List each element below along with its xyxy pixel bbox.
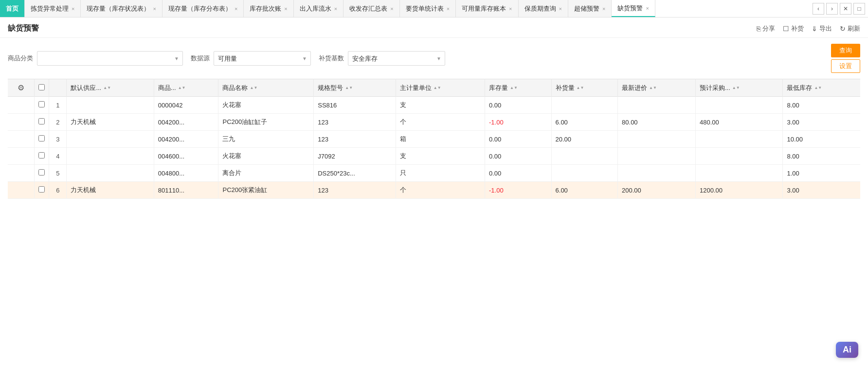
tab-10[interactable]: 超储预警 × [568, 0, 612, 17]
tab-2-label: 现存量（库存状况表） [87, 4, 150, 13]
ai-assistant-button[interactable]: Ai [836, 342, 858, 358]
row-num: 3 [49, 131, 67, 148]
row-checkbox-cell[interactable] [35, 148, 49, 165]
sort-product-code[interactable]: 商品... ▲▼ [158, 84, 186, 92]
tab-9-close[interactable]: × [559, 6, 562, 12]
col-header-est-purchase[interactable]: 预计采购... ▲▼ [695, 79, 782, 97]
col-header-spec[interactable]: 规格型号 ▲▼ [314, 79, 396, 97]
sort-supplier[interactable]: 默认供应... ▲▼ [71, 84, 111, 92]
gear-settings-icon[interactable]: ⚙ [18, 84, 24, 92]
tab-5-close[interactable]: × [334, 6, 337, 12]
replenish-base-select[interactable]: 安全库存 [348, 51, 445, 66]
tab-bar-controls: ‹ › ✕ □ [810, 3, 868, 15]
share-button[interactable]: ⎘ 分享 [757, 24, 775, 33]
tab-3[interactable]: 现存量（库存分布表） × [163, 0, 244, 17]
tab-2-close[interactable]: × [153, 6, 156, 12]
col-header-unit[interactable]: 主计量单位 ▲▼ [396, 79, 485, 97]
row-checkbox-cell[interactable] [35, 182, 49, 199]
row-checkbox-5[interactable] [38, 186, 45, 193]
row-unit: 个 [396, 114, 485, 131]
col-header-replenish[interactable]: 补货量 ▲▼ [551, 79, 618, 97]
tab-10-close[interactable]: × [602, 6, 605, 12]
row-gear-cell [8, 182, 35, 199]
row-checkbox-2[interactable] [38, 135, 45, 141]
sort-est-purchase[interactable]: 预计采购... ▲▼ [700, 84, 740, 92]
tab-1[interactable]: 拣货异常处理 × [25, 0, 81, 17]
tab-8-close[interactable]: × [509, 6, 512, 12]
col-replenish-label: 补货量 [556, 84, 575, 92]
col-header-supplier[interactable]: 默认供应... ▲▼ [67, 79, 154, 97]
row-checkbox-cell[interactable] [35, 114, 49, 131]
tab-7[interactable]: 要货单统计表 × [400, 0, 456, 17]
tab-scroll-left[interactable]: ‹ [813, 3, 824, 15]
row-checkbox-1[interactable] [38, 118, 45, 124]
col-min-stock-label: 最低库存 [787, 84, 812, 92]
replenish-button[interactable]: ☐ 补货 [783, 24, 804, 33]
tab-7-close[interactable]: × [447, 6, 450, 12]
col-header-stock[interactable]: 库存量 ▲▼ [485, 79, 552, 97]
table-row: 4 004600... 火花塞 J7092 支 0.00 8.00 [8, 148, 860, 165]
row-spec: SS816 [314, 97, 396, 114]
row-product-name: 火花塞 [218, 148, 314, 165]
page-header: 缺货预警 ⎘ 分享 ☐ 补货 ⇓ 导出 ↻ 刷新 [0, 18, 868, 38]
query-button[interactable]: 查询 [831, 44, 860, 57]
export-button[interactable]: ⇓ 导出 [812, 24, 832, 33]
row-checkbox-cell[interactable] [35, 165, 49, 182]
tab-1-close[interactable]: × [72, 6, 74, 12]
tab-6-close[interactable]: × [390, 6, 393, 12]
tab-scroll-right[interactable]: › [826, 3, 838, 15]
table-row: 5 004800... 离合片 DS250*23c... 只 0.00 1.00 [8, 165, 860, 182]
row-checkbox-cell[interactable] [35, 97, 49, 114]
sort-unit[interactable]: 主计量单位 ▲▼ [400, 84, 441, 92]
col-header-num [49, 79, 67, 97]
tab-3-close[interactable]: × [235, 6, 237, 12]
tab-home[interactable]: 首页 [0, 0, 25, 17]
tab-4-close[interactable]: × [284, 6, 287, 12]
col-header-product-name[interactable]: 商品名称 ▲▼ [218, 79, 314, 97]
row-min-stock: 3.00 [783, 114, 860, 131]
replenish-base-label: 补货基数 [319, 54, 344, 63]
category-select[interactable] [37, 51, 183, 66]
refresh-button[interactable]: ↻ 刷新 [840, 24, 860, 33]
tab-9[interactable]: 保质期查询 × [519, 0, 568, 17]
refresh-label: 刷新 [848, 24, 860, 33]
select-all-checkbox[interactable] [38, 84, 45, 90]
settings-button[interactable]: 设置 [831, 59, 860, 73]
tab-6[interactable]: 收发存汇总表 × [344, 0, 399, 17]
row-latest-price: 200.00 [618, 182, 696, 199]
row-latest-price [618, 148, 696, 165]
col-header-min-stock[interactable]: 最低库存 ▲▼ [783, 79, 860, 97]
col-header-latest-price[interactable]: 最新进价 ▲▼ [618, 79, 696, 97]
header-actions: ⎘ 分享 ☐ 补货 ⇓ 导出 ↻ 刷新 [757, 24, 860, 33]
row-gear-cell [8, 165, 35, 182]
tab-11[interactable]: 缺货预警 × [612, 0, 655, 17]
sort-min-stock[interactable]: 最低库存 ▲▼ [787, 84, 822, 92]
row-checkbox-3[interactable] [38, 152, 45, 158]
tab-2[interactable]: 现存量（库存状况表） × [81, 0, 162, 17]
sort-product-name[interactable]: 商品名称 ▲▼ [222, 84, 257, 92]
row-unit: 个 [396, 182, 485, 199]
tab-close-current[interactable]: ✕ [840, 3, 851, 15]
tab-fullscreen[interactable]: □ [853, 3, 865, 15]
replenish-base-filter-group: 补货基数 安全库存 [319, 51, 445, 66]
sort-spec[interactable]: 规格型号 ▲▼ [318, 84, 353, 92]
col-header-product-code[interactable]: 商品... ▲▼ [154, 79, 218, 97]
row-supplier [67, 148, 154, 165]
row-unit: 支 [396, 97, 485, 114]
sort-latest-price[interactable]: 最新进价 ▲▼ [622, 84, 657, 92]
sort-stock[interactable]: 库存量 ▲▼ [489, 84, 518, 92]
datasource-select[interactable]: 可用量 [214, 51, 311, 66]
row-checkbox-4[interactable] [38, 169, 45, 176]
tab-8[interactable]: 可用量库存账本 × [456, 0, 518, 17]
sort-replenish[interactable]: 补货量 ▲▼ [556, 84, 584, 92]
table-row: 1 0000042 火花塞 SS816 支 0.00 8.00 [8, 97, 860, 114]
tab-4[interactable]: 库存批次账 × [244, 0, 293, 17]
refresh-icon: ↻ [840, 25, 846, 33]
row-min-stock: 3.00 [783, 182, 860, 199]
row-latest-price [618, 165, 696, 182]
row-checkbox-cell[interactable] [35, 131, 49, 148]
row-checkbox-0[interactable] [38, 101, 45, 107]
sort-arrows-unit: ▲▼ [434, 86, 441, 90]
tab-5[interactable]: 出入库流水 × [294, 0, 344, 17]
tab-11-close[interactable]: × [646, 5, 649, 11]
